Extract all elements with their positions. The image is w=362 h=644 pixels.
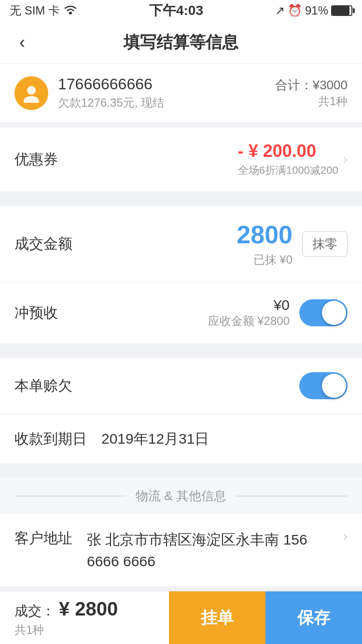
divider-line-right	[236, 496, 348, 496]
status-left: 无 SIM 卡	[10, 3, 77, 18]
deal-amount-row: 成交金额 2800 已抹 ¥0 抹零	[0, 206, 362, 282]
user-card: 17666666666 欠款1276.35元, 现结 合计：¥3000 共1种	[0, 64, 362, 122]
coupon-desc: 全场6折满1000减200	[238, 163, 338, 178]
prepayment-row: 冲预收 ¥0 应收金额 ¥2800	[0, 282, 362, 343]
bottom-deal-count: 共1种	[14, 622, 154, 638]
alarm-icon: ⏰	[288, 4, 302, 17]
section-divider-3	[0, 468, 362, 478]
status-time: 下午4:03	[149, 1, 203, 20]
writeoff-toggle-knob	[322, 374, 346, 398]
divider-line-left	[14, 496, 126, 496]
user-total: 合计：¥3000 共1种	[275, 77, 348, 109]
nav-bar: ‹ 填写结算等信息	[0, 21, 362, 64]
user-debt: 欠款1276.35元, 现结	[58, 95, 164, 111]
svg-point-2	[24, 96, 39, 103]
user-left: 17666666666 欠款1276.35元, 现结	[14, 75, 164, 111]
prepayment-amount: ¥0	[208, 297, 290, 313]
deal-amount-section: 成交金额 2800 已抹 ¥0 抹零 冲预收 ¥0 应收金额 ¥2800	[0, 206, 362, 343]
logistics-divider: 物流 & 其他信息	[0, 478, 362, 514]
save-button[interactable]: 保存	[265, 591, 362, 644]
coupon-amount: - ¥ 200.00	[238, 141, 338, 161]
page-title: 填写结算等信息	[124, 31, 238, 54]
prepayment-toggle[interactable]	[299, 299, 348, 326]
address-row[interactable]: 客户地址 张 北京市市辖区海淀区永丰南 156 6666 6666 ›	[0, 514, 362, 587]
logistics-label: 物流 & 其他信息	[136, 488, 226, 504]
deal-amount-right: 2800 已抹 ¥0 抹零	[237, 220, 348, 267]
coupon-right: - ¥ 200.00 全场6折满1000减200	[238, 141, 338, 178]
already-rounded: 已抹 ¥0	[237, 252, 292, 267]
due-date-value: 2019年12月31日	[101, 429, 209, 449]
svg-point-0	[69, 12, 72, 14]
prepayment-receivable: 应收金额 ¥2800	[208, 313, 290, 329]
bottom-deal-amount: ¥ 2800	[59, 598, 118, 620]
battery-icon	[331, 5, 352, 16]
deal-amount-col: 2800 已抹 ¥0	[237, 220, 292, 267]
writeoff-section: 本单赊欠 收款到期日 2019年12月31日	[0, 358, 362, 463]
prepayment-col: ¥0 应收金额 ¥2800	[208, 297, 290, 329]
bottom-summary: 成交： ¥ 2800 共1种	[0, 598, 169, 638]
avatar	[14, 76, 48, 110]
address-chevron-icon: ›	[343, 529, 348, 544]
svg-point-1	[27, 86, 36, 95]
bottom-bar: 成交： ¥ 2800 共1种 挂单 保存	[0, 591, 362, 644]
coupon-label: 优惠券	[14, 150, 58, 169]
wifi-icon	[64, 4, 77, 17]
section-divider-2	[0, 348, 362, 358]
writeoff-toggle[interactable]	[299, 372, 348, 399]
pending-button[interactable]: 挂单	[169, 591, 265, 644]
content: 17666666666 欠款1276.35元, 现结 合计：¥3000 共1种 …	[0, 64, 362, 644]
due-date-row: 收款到期日 2019年12月31日	[0, 414, 362, 463]
user-info: 17666666666 欠款1276.35元, 现结	[58, 75, 164, 111]
battery-percent: 91%	[305, 4, 328, 17]
carrier-text: 无 SIM 卡	[10, 3, 60, 18]
due-date-label: 收款到期日	[14, 429, 87, 449]
address-label: 客户地址	[14, 529, 72, 548]
prepayment-label: 冲预收	[14, 303, 58, 323]
total-count: 共1种	[275, 94, 348, 109]
round-zero-button[interactable]: 抹零	[302, 231, 348, 257]
section-divider-1	[0, 196, 362, 206]
user-phone: 17666666666	[58, 75, 164, 93]
address-value: 张 北京市市辖区海淀区永丰南 156 6666 6666	[87, 529, 343, 572]
deal-amount-label: 成交金额	[14, 234, 72, 254]
coupon-chevron-icon: ›	[343, 152, 348, 167]
location-icon: ↗	[275, 4, 285, 17]
total-label: 合计：¥3000	[275, 77, 348, 94]
toggle-knob	[322, 301, 346, 325]
writeoff-row: 本单赊欠	[0, 358, 362, 414]
bottom-deal-label: 成交： ¥ 2800	[14, 598, 154, 620]
deal-amount-value: 2800	[237, 220, 292, 249]
coupon-row[interactable]: 优惠券 - ¥ 200.00 全场6折满1000减200 ›	[0, 127, 362, 191]
status-bar: 无 SIM 卡 下午4:03 ↗ ⏰ 91%	[0, 0, 362, 21]
status-right: ↗ ⏰ 91%	[275, 4, 352, 17]
writeoff-label: 本单赊欠	[14, 376, 72, 396]
back-button[interactable]: ‹	[14, 28, 30, 57]
